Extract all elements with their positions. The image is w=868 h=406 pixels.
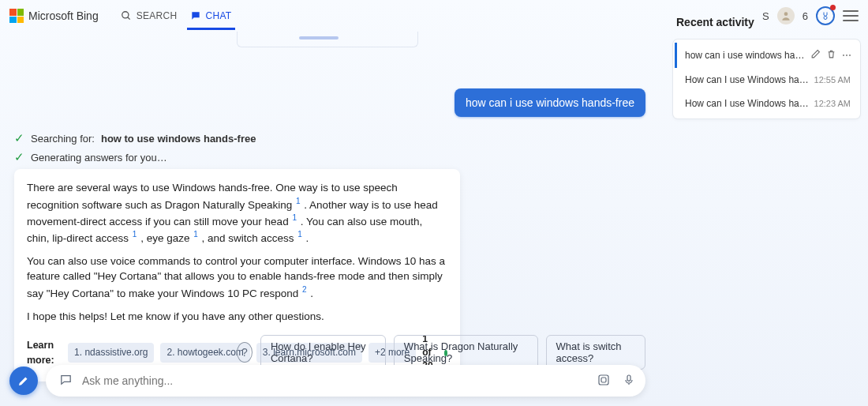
tab-chat[interactable]: CHAT (187, 2, 235, 30)
recent-activity-item[interactable]: how can i use windows hands-free ⋯ (675, 43, 859, 68)
svg-point-0 (122, 11, 128, 17)
citation[interactable]: 1 (193, 230, 199, 239)
citation[interactable]: 1 (295, 197, 301, 205)
edit-icon[interactable] (810, 49, 821, 62)
status-generating: ✓ Generating answers for you… (14, 150, 167, 164)
user-message-text: how can i use windows hands-free (466, 96, 634, 109)
more-icon[interactable]: ⋯ (841, 50, 852, 61)
tab-search-label: SEARCH (137, 10, 178, 21)
user-message-bubble: how can i use windows hands-free (455, 88, 645, 117)
activity-title: How can I use Windows hands-free (685, 74, 810, 85)
learn-more-label: Learn more: (27, 338, 62, 367)
answer-paragraph: I hope this helps! Let me know if you ha… (27, 309, 447, 325)
chat-icon (190, 10, 201, 21)
check-icon: ✓ (14, 131, 24, 145)
composer-row (9, 365, 645, 397)
microphone-icon[interactable] (620, 374, 638, 389)
svg-line-1 (127, 17, 129, 19)
recent-activity-item[interactable]: How can I use Windows hands-free 12:55 A… (675, 68, 859, 92)
learn-more-link[interactable]: 1. ndassistive.org (68, 343, 154, 363)
recent-activity-panel: Recent activity how can i use windows ha… (665, 0, 868, 406)
svg-rect-4 (599, 375, 608, 385)
previous-card-peek (237, 32, 418, 47)
answer-paragraph: You can also use voice commands to contr… (27, 254, 447, 301)
status-searching-query: how to use windows hands-free (101, 133, 256, 145)
svg-rect-5 (601, 378, 606, 382)
composer-input[interactable] (82, 374, 587, 387)
check-icon: ✓ (14, 150, 24, 164)
microsoft-logo-icon (9, 9, 24, 23)
brand-text: Microsoft Bing (28, 9, 99, 22)
status-searching-prefix: Searching for: (31, 133, 95, 145)
composer (46, 365, 645, 397)
chat-bubble-icon (57, 373, 74, 389)
recent-activity-item[interactable]: How can I use Windows hands-free 12:23 A… (675, 92, 859, 115)
citation[interactable]: 1 (297, 230, 303, 239)
search-icon (121, 10, 132, 21)
new-topic-button[interactable] (9, 367, 38, 395)
header-tabs: SEARCH CHAT (118, 2, 235, 30)
activity-title: How can I use Windows hands-free (685, 98, 810, 109)
suggestion-help-icon[interactable]: ? (237, 342, 253, 363)
svg-rect-6 (627, 375, 630, 381)
recent-activity-title: Recent activity (676, 16, 860, 28)
trash-icon[interactable] (825, 49, 836, 62)
citation[interactable]: 1 (291, 213, 297, 222)
status-searching: ✓ Searching for: how to use windows hand… (14, 131, 256, 145)
answer-paragraph: There are several ways to use Windows ha… (27, 180, 447, 246)
tab-chat-label: CHAT (206, 10, 232, 21)
activity-title: how can i use windows hands-free (685, 50, 805, 61)
tab-search[interactable]: SEARCH (118, 2, 181, 30)
recent-activity-list: how can i use windows hands-free ⋯ How c… (673, 39, 860, 118)
status-generating-text: Generating answers for you… (31, 152, 167, 164)
chat-main: how can i use windows hands-free ✓ Searc… (0, 32, 665, 406)
citation[interactable]: 2 (301, 285, 308, 294)
brand-logo[interactable]: Microsoft Bing (9, 9, 99, 23)
activity-time: 12:55 AM (814, 75, 851, 85)
image-search-icon[interactable] (595, 373, 612, 389)
activity-time: 12:23 AM (814, 99, 851, 108)
